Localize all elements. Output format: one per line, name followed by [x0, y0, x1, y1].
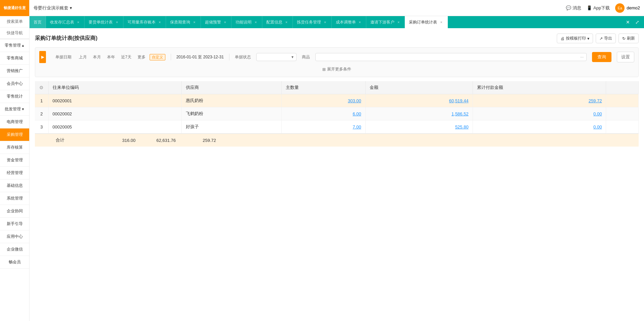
tab-overstock[interactable]: 超储预警 ×: [201, 16, 231, 28]
tab-close-receive[interactable]: ×: [76, 20, 80, 24]
tab-cost[interactable]: 成本调整单 ×: [332, 16, 366, 28]
table-row: 3 00020005 好孩子 7.00 525.80 0.00: [35, 120, 639, 133]
sidebar-item-enterprise[interactable]: 企业协同: [0, 205, 29, 218]
tabbar-actions: ✕ ⤢: [621, 18, 644, 26]
sidebar-item-appstore[interactable]: 应用中心: [0, 230, 29, 243]
tab-close-overstock[interactable]: ×: [223, 20, 227, 24]
topbar: 母婴行业演示账套 ▾ 💬 消息 📱 App下载 Ea demo2: [30, 0, 644, 16]
row-amount[interactable]: 525.80: [365, 120, 473, 133]
footer-label: 合计: [39, 137, 106, 143]
user-menu[interactable]: Ea demo2: [615, 3, 640, 13]
footer-paid: 259.72: [180, 138, 220, 143]
row-paid[interactable]: 0.00: [473, 120, 606, 133]
sidebar-item-member[interactable]: 会员中心: [0, 77, 29, 90]
sidebar-search[interactable]: 搜索菜单: [0, 16, 29, 28]
row-supplier: 飞鹤奶粉: [182, 107, 281, 120]
tab-close-demand[interactable]: ×: [115, 20, 119, 24]
sidebar-quicknav[interactable]: 快捷导航: [0, 28, 29, 39]
sidebar-item-wechat[interactable]: 企业微信: [0, 243, 29, 256]
message-button[interactable]: 💬 消息: [566, 5, 581, 11]
tab-home[interactable]: 首页: [30, 16, 46, 28]
tab-close-config[interactable]: ×: [284, 20, 288, 24]
chevron-down-icon: ▲: [21, 44, 25, 47]
tab-invite[interactable]: 邀请下游客户 ×: [366, 16, 405, 28]
query-button[interactable]: 查询: [592, 52, 611, 62]
tab-close-expiry[interactable]: ×: [192, 20, 196, 24]
tab-function[interactable]: 功能说明 ×: [231, 16, 262, 28]
sidebar-item-retail[interactable]: 零售管理 ▲: [0, 39, 29, 52]
topbar-right: 💬 消息 📱 App下载 Ea demo2: [566, 3, 640, 13]
page-inner: 采购订单统计表(按供应商) 🖨 按模板打印 ▾ ↗ 导出 ↻ 刷新: [30, 28, 644, 321]
col-quantity: 主数量: [281, 81, 365, 94]
tabbar: 首页 收发存汇总表 × 要货单统计表 × 可用量库存账本 × 保质期查询 × 超…: [30, 16, 644, 28]
sidebar-item-newbie[interactable]: 新手引导: [0, 218, 29, 230]
sidebar-item-marketing[interactable]: 营销推广: [0, 65, 29, 77]
footer-quantity: 316.00: [106, 138, 140, 143]
sidebar-item-inventory[interactable]: 库存核算: [0, 141, 29, 154]
status-select[interactable]: ▾: [256, 53, 297, 61]
tab-maximize-button[interactable]: ⤢: [633, 18, 641, 26]
tab-close-function[interactable]: ×: [254, 20, 258, 24]
tab-close-stockbook[interactable]: ×: [158, 20, 162, 24]
date-quick-group: 上月 本月 本年 近7天 更多 自定义: [77, 54, 165, 61]
filter-area: ▶ 单据日期 上月 本月 本年 近7天 更多 自定义 2016-01-01 至 …: [35, 47, 639, 77]
row-index: 2: [35, 107, 48, 120]
status-filter-label: 单据状态: [235, 54, 251, 60]
sidebar-item-basic[interactable]: 基础信息: [0, 179, 29, 192]
sidebar-item-vip[interactable]: 畅会员: [0, 256, 29, 269]
goods-input[interactable]: ···: [315, 53, 587, 61]
row-amount[interactable]: 1,586.52: [365, 107, 473, 120]
row-paid[interactable]: 259.72: [473, 94, 606, 107]
tab-picking[interactable]: 拣货任务管理 ×: [293, 16, 331, 28]
date-quick-last-month[interactable]: 上月: [77, 54, 89, 61]
tab-config[interactable]: 配置信息 ×: [262, 16, 293, 28]
page-title: 采购订单统计表(按供应商): [35, 35, 98, 42]
date-quick-this-year[interactable]: 本年: [105, 54, 117, 61]
settings-button[interactable]: 设置: [617, 52, 634, 62]
sidebar-item-retailshop[interactable]: 零售商城: [0, 52, 29, 65]
tab-stockbook[interactable]: 可用量库存账本 ×: [123, 16, 166, 28]
sidebar-logo: 畅捷通好生意: [0, 0, 29, 16]
template-print-button[interactable]: 🖨 按模板打印 ▾: [557, 34, 593, 43]
tab-purchase-stat[interactable]: 采购订单统计表 ×: [405, 16, 447, 28]
date-quick-more[interactable]: 更多: [136, 54, 148, 61]
date-filter-label: 单据日期: [55, 54, 71, 60]
row-quantity[interactable]: 303.00: [281, 94, 365, 107]
row-code: 00020005: [48, 120, 182, 133]
tab-close-cost[interactable]: ×: [358, 20, 362, 24]
sidebar-item-finance[interactable]: 资金管理: [0, 154, 29, 167]
date-quick-7days[interactable]: 近7天: [119, 54, 133, 61]
row-amount[interactable]: 60,519.44: [365, 94, 473, 107]
sidebar-item-retailstat[interactable]: 零售统计: [0, 90, 29, 103]
export-button[interactable]: ↗ 导出: [596, 34, 616, 43]
refresh-button[interactable]: ↻ 刷新: [619, 34, 639, 43]
sidebar-item-ecommerce[interactable]: 电商管理: [0, 116, 29, 128]
page-actions: 🖨 按模板打印 ▾ ↗ 导出 ↻ 刷新: [557, 34, 639, 43]
sidebar-item-wholesale[interactable]: 批发管理 ▼: [0, 103, 29, 116]
expand-icon: ⊞: [322, 67, 326, 72]
app-download-button[interactable]: 📱 App下载: [587, 5, 610, 11]
sidebar-item-operation[interactable]: 经营管理: [0, 167, 29, 179]
sidebar-item-purchase[interactable]: 采购管理: [0, 128, 29, 141]
row-quantity[interactable]: 7.00: [281, 120, 365, 133]
tab-close-all-button[interactable]: ✕: [624, 18, 632, 26]
app-icon: 📱: [587, 5, 592, 10]
sidebar-item-system[interactable]: 系统管理: [0, 192, 29, 205]
row-quantity[interactable]: 6.00: [281, 107, 365, 120]
tab-expiry[interactable]: 保质期查询 ×: [166, 16, 201, 28]
row-code: 00020001: [48, 94, 182, 107]
workspace-selector[interactable]: 母婴行业演示账套 ▾: [34, 5, 72, 11]
tab-close-invite[interactable]: ×: [396, 20, 400, 24]
tab-demand[interactable]: 要货单统计表 ×: [85, 16, 123, 28]
expand-more-button[interactable]: ⊞ 展开更多条件: [320, 65, 354, 73]
row-paid[interactable]: 0.00: [473, 107, 606, 120]
chevron-down-icon-print: ▾: [587, 36, 589, 41]
column-settings-icon[interactable]: ⚙: [39, 85, 44, 90]
col-supplier: 供应商: [182, 81, 281, 94]
goods-more-icon[interactable]: ···: [580, 55, 584, 59]
tab-close-purchase-stat[interactable]: ×: [439, 20, 443, 24]
tab-close-picking[interactable]: ×: [323, 20, 327, 24]
date-quick-this-month[interactable]: 本月: [91, 54, 103, 61]
tab-receive[interactable]: 收发存汇总表 ×: [46, 16, 85, 28]
filter-collapse-button[interactable]: ▶: [39, 51, 46, 63]
